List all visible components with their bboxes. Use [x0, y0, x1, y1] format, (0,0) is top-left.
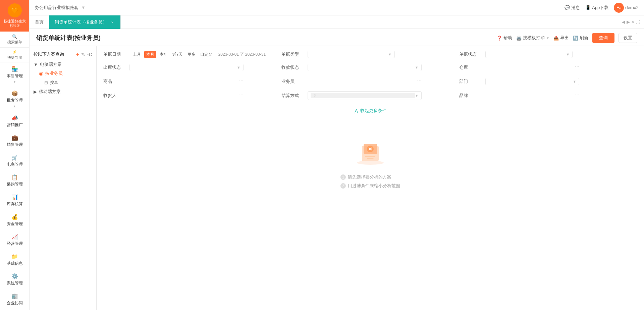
empty-hint-2: 2 用过滤条件来缩小分析范围	[340, 182, 400, 190]
download-button[interactable]: 📱 App下载	[585, 5, 608, 11]
sidebar-item-enterprise[interactable]: 🏢 企业协同	[0, 290, 29, 309]
purchase-icon: 📋	[11, 174, 18, 180]
sidebar-item-ecommerce[interactable]: 🛒 电商管理	[0, 151, 29, 171]
sidebar-item-purchase[interactable]: 📋 采购管理	[0, 171, 29, 191]
pay-status-select[interactable]: ▼	[308, 64, 422, 71]
enterprise-icon: 🏢	[11, 293, 18, 299]
refresh-icon: 🔄	[573, 36, 578, 41]
mobile-scheme-group[interactable]: ▶ 移动端方案	[30, 87, 96, 96]
goods-field[interactable]: ···	[129, 77, 244, 86]
edit-scheme-icon[interactable]: ✎	[81, 52, 85, 57]
sidebar-item-finance[interactable]: 💰 资金管理	[0, 210, 29, 230]
sidebar-item-wholesale[interactable]: 📦 批发管理 ▲	[0, 87, 29, 111]
salesman-scheme-icon: ◉	[39, 70, 43, 76]
out-status-select[interactable]: ▼	[129, 64, 244, 71]
date-tab-this-month[interactable]: 本月	[144, 51, 156, 58]
goods-dots[interactable]: ···	[239, 78, 244, 84]
settlement-select[interactable]: × ▼	[308, 91, 422, 100]
help-button[interactable]: ❓ 帮助	[497, 35, 512, 41]
user-menu[interactable]: Ea demo2	[614, 3, 639, 13]
tab-home[interactable]: 首页	[30, 15, 49, 29]
add-scheme-icon[interactable]: +	[76, 51, 79, 57]
wholesale-icon: 📦	[11, 90, 18, 97]
goods-cell: 商品 ···	[103, 77, 281, 86]
settlement-tag-close[interactable]: ×	[314, 93, 316, 98]
sidebar-item-sales[interactable]: 💼 销售管理	[0, 131, 29, 151]
sidebar-item-marketing[interactable]: 📣 营销推广	[0, 111, 29, 131]
doc-status-cell: 单据状态 ▼	[459, 51, 637, 58]
collapse-label: 收起更多条件	[360, 108, 386, 114]
export-button[interactable]: 📤 导出	[553, 35, 569, 41]
salesman-scheme-item[interactable]: ◉ 按业务员	[30, 69, 96, 78]
doc-type-select[interactable]: ▼	[308, 51, 395, 58]
print-button[interactable]: 🖨️ 按模板打印 ▼	[516, 35, 549, 41]
doc-status-select[interactable]: ▼	[485, 51, 573, 58]
tab-controls: ◀ ▶ × ⛶	[618, 19, 644, 25]
sidebar-item-label: 基础信息	[7, 261, 23, 266]
warehouse-dots[interactable]: ···	[575, 64, 579, 70]
recipient-label: 收货人	[103, 93, 127, 99]
collapse-panel-icon[interactable]: ≪	[87, 52, 92, 57]
date-tab-more[interactable]: 更多	[186, 51, 197, 58]
warehouse-field[interactable]: ···	[485, 63, 579, 72]
department-select[interactable]: ▼	[485, 78, 579, 85]
search-label: 搜索菜单	[2, 40, 27, 45]
brand-cell: 品牌 ···	[459, 91, 637, 100]
settlement-cell: 结算方式 × ▼	[281, 91, 460, 100]
out-status-cell: 出库状态 ▼	[103, 64, 281, 71]
search-icon: 🔍	[12, 34, 17, 39]
tab-close-button[interactable]: ×	[110, 19, 115, 25]
collapse-button[interactable]: ⋀ 收起更多条件	[103, 105, 637, 119]
collapse-icon: ⋀	[355, 108, 358, 113]
refresh-button[interactable]: 🔄 刷新	[573, 35, 588, 41]
sidebar-item-basic[interactable]: 📁 基础信息	[0, 250, 29, 270]
brand-dots[interactable]: ···	[575, 92, 579, 98]
sidebar-item-label: 经营管理	[7, 241, 23, 247]
date-tab-last-month[interactable]: 上月	[131, 51, 142, 58]
sidebar-item-operations[interactable]: 📈 经营管理	[0, 230, 29, 250]
search-menu[interactable]: 🔍 搜索菜单	[0, 32, 29, 48]
marketing-icon: 📣	[11, 115, 18, 121]
quick-nav[interactable]: ⚡ 快捷导航	[0, 48, 29, 62]
sidebar-item-label: 采购管理	[7, 182, 23, 187]
warehouse-cell: 仓库 ···	[459, 63, 637, 72]
tab-sales-stats[interactable]: 销货单统计表（按业务员） ×	[49, 15, 121, 29]
settings-button[interactable]: 设置	[619, 33, 637, 43]
tab-prev-icon[interactable]: ◀	[622, 19, 625, 24]
sidebar-item-retail[interactable]: 🏪 零售管理 ▼	[0, 62, 29, 87]
sidebar-item-inventory[interactable]: 📊 库存核算	[0, 191, 29, 210]
out-status-arrow-icon: ▼	[237, 65, 240, 69]
salesman-dots[interactable]: ···	[417, 78, 421, 84]
sidebar-item-label: 库存核算	[7, 201, 23, 207]
tab-maximize-icon[interactable]: ⛶	[636, 19, 640, 24]
desktop-scheme-group[interactable]: ▼ 电脑端方案	[30, 60, 96, 69]
header-actions: 💬 消息 📱 App下载 Ea demo2	[565, 3, 639, 13]
tab-close-all-icon[interactable]: ×	[631, 19, 634, 25]
pay-status-label: 收款状态	[281, 64, 305, 70]
out-status-label: 出库状态	[103, 64, 127, 70]
header-breadcrumb: 办公用品行业模拟账套 ▼	[35, 5, 86, 11]
query-button[interactable]: 查询	[592, 33, 614, 43]
tab-bar: 首页 销货单统计表（按业务员） × ◀ ▶ × ⛶	[30, 15, 644, 29]
recipient-dots[interactable]: ···	[239, 92, 244, 98]
date-tab-this-year[interactable]: 本年	[158, 51, 169, 58]
sidebar-item-label: 企业协同	[7, 300, 23, 306]
salesman-field[interactable]: ···	[308, 77, 422, 86]
tab-next-icon[interactable]: ▶	[627, 19, 630, 24]
order-scheme-item[interactable]: ⊞ 按单	[30, 78, 96, 87]
date-tab-custom[interactable]: 自定义	[199, 51, 214, 58]
message-icon: 💬	[565, 5, 570, 10]
message-button[interactable]: 💬 消息	[565, 5, 580, 11]
sidebar-item-system[interactable]: ⚙️ 系统管理	[0, 270, 29, 290]
brand-field[interactable]: ···	[485, 91, 579, 100]
wholesale-arrow: ▲	[13, 104, 16, 108]
download-icon: 📱	[585, 5, 591, 10]
empty-hint-1: 1 请先选择要分析的方案	[340, 173, 400, 182]
settlement-tag: ×	[311, 93, 415, 98]
recipient-field[interactable]: ···	[129, 91, 244, 100]
date-tab-7days[interactable]: 近7天	[171, 51, 184, 58]
hint-text-1: 请先选择要分析的方案	[348, 173, 391, 182]
filter-row-1: 单据日期 上月 本月 本年 近7天 更多 自定义 2023-03-01 至 20…	[103, 51, 637, 58]
ecommerce-icon: 🛒	[11, 154, 18, 161]
goods-label: 商品	[103, 79, 127, 85]
